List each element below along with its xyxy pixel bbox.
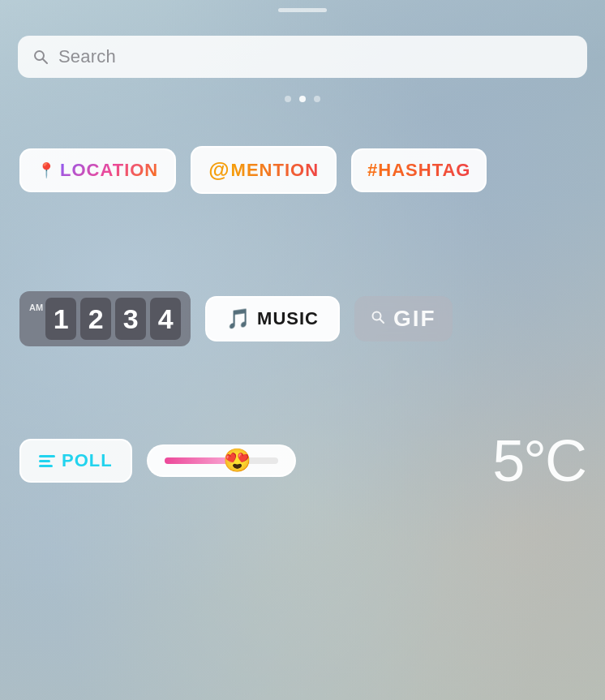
clock-digit-2: 2 xyxy=(80,298,111,340)
hashtag-sticker[interactable]: #HASHTAG xyxy=(351,148,487,192)
music-note-icon: 🎵 xyxy=(226,307,251,330)
hashtag-label: #HASHTAG xyxy=(367,160,470,181)
gif-search-icon xyxy=(371,310,385,329)
search-placeholder: Search xyxy=(58,46,116,67)
sticker-row-3: POLL 😍 5°C xyxy=(19,427,586,494)
clock-sticker[interactable]: AM 1 2 3 4 xyxy=(19,291,191,346)
clock-digit-1: 1 xyxy=(45,298,76,340)
music-sticker[interactable]: 🎵 MUSIC xyxy=(205,296,340,341)
dot-3 xyxy=(314,96,320,102)
mention-sticker[interactable]: @ MENTION xyxy=(191,146,337,194)
stickers-area: 📍 LOCATION @ MENTION #HASHTAG AM 1 2 3 4… xyxy=(0,146,605,518)
at-symbol: @ xyxy=(208,157,229,183)
gif-sticker[interactable]: GIF xyxy=(354,296,453,341)
dot-1 xyxy=(285,96,291,102)
clock-digit-4: 4 xyxy=(150,298,181,340)
svg-line-3 xyxy=(380,319,384,323)
location-label: LOCATION xyxy=(60,160,158,181)
search-icon xyxy=(32,49,49,65)
search-bar[interactable]: Search xyxy=(18,36,587,78)
music-label: MUSIC xyxy=(257,308,319,329)
page-indicators xyxy=(285,96,320,102)
clock-am-label: AM xyxy=(29,303,43,312)
slider-emoji: 😍 xyxy=(223,448,251,473)
mention-label: MENTION xyxy=(231,160,319,181)
dot-2 xyxy=(299,96,306,102)
sticker-row-2: AM 1 2 3 4 🎵 MUSIC GIF xyxy=(19,291,586,346)
poll-line-2 xyxy=(39,460,50,462)
sticker-row-1: 📍 LOCATION @ MENTION #HASHTAG xyxy=(19,146,586,194)
drag-handle[interactable] xyxy=(278,8,327,12)
slider-sticker[interactable]: 😍 xyxy=(147,444,296,477)
gif-label: GIF xyxy=(393,306,436,332)
poll-icon xyxy=(39,455,55,467)
poll-line-3 xyxy=(39,465,53,467)
poll-line-1 xyxy=(39,455,55,457)
location-pin-icon: 📍 xyxy=(37,161,55,179)
slider-track[interactable]: 😍 xyxy=(165,457,278,464)
clock-digit-3: 3 xyxy=(115,298,146,340)
poll-label: POLL xyxy=(62,450,113,471)
svg-line-1 xyxy=(43,59,47,63)
poll-sticker[interactable]: POLL xyxy=(19,439,132,483)
location-sticker[interactable]: 📍 LOCATION xyxy=(19,148,176,192)
temperature-display: 5°C xyxy=(492,427,586,494)
